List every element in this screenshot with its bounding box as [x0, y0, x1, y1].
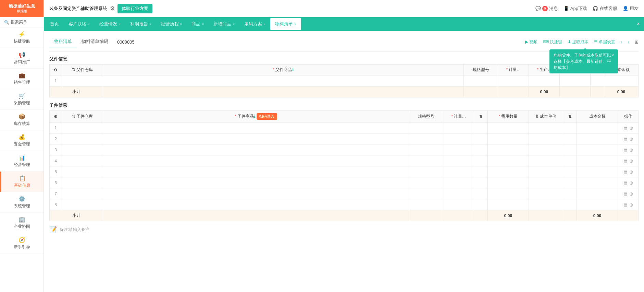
- sidebar-item-sales[interactable]: 💼 销售管理: [0, 69, 44, 89]
- extract-cost-btn[interactable]: ⬇ 提取成本: [568, 39, 589, 45]
- delete-icon[interactable]: 🗑: [623, 191, 628, 197]
- user-action[interactable]: 👤 用友: [623, 5, 639, 12]
- copy-icon[interactable]: ⊕: [629, 169, 633, 175]
- parent-row-warehouse[interactable]: [62, 75, 103, 86]
- child-row-warehouse[interactable]: [62, 155, 103, 166]
- child-row-quantity[interactable]: [488, 133, 529, 144]
- delete-icon[interactable]: 🗑: [623, 147, 628, 153]
- child-row-warehouse[interactable]: [62, 166, 103, 177]
- child-row-quantity[interactable]: [488, 155, 529, 166]
- child-row-warehouse[interactable]: [62, 188, 103, 199]
- child-row-goods[interactable]: [103, 166, 409, 177]
- shortcut-btn[interactable]: ⌨ 快捷键: [543, 39, 562, 45]
- parent-row-unit[interactable]: [498, 75, 529, 86]
- tab-bom-close[interactable]: ×: [294, 22, 296, 26]
- child-row-quantity[interactable]: [488, 166, 529, 177]
- view-btn[interactable]: ▶ 视频: [525, 39, 537, 45]
- delete-icon[interactable]: 🗑: [623, 158, 628, 164]
- online-service-action[interactable]: 🎧 在线客服: [593, 5, 617, 12]
- sidebar-item-marketing[interactable]: 📢 营销推广: [0, 48, 44, 69]
- tab-profit-close[interactable]: ×: [149, 22, 151, 26]
- child-row-quantity[interactable]: [488, 188, 529, 199]
- copy-icon[interactable]: ⊕: [629, 125, 633, 131]
- child-row-quantity[interactable]: [488, 122, 529, 133]
- copy-icon[interactable]: ⊕: [629, 147, 633, 153]
- child-row-unit[interactable]: [443, 122, 474, 133]
- child-row-warehouse[interactable]: [62, 177, 103, 188]
- child-row-unit[interactable]: [443, 144, 474, 155]
- tab-customer[interactable]: 客户联络 ×: [64, 18, 95, 30]
- child-row-goods[interactable]: [103, 177, 409, 188]
- child-row-unit[interactable]: [443, 133, 474, 144]
- tab-barcode-close[interactable]: ×: [263, 22, 265, 26]
- delete-icon[interactable]: 🗑: [623, 125, 628, 131]
- sidebar-item-finance[interactable]: 💰 资金管理: [0, 130, 44, 151]
- sidebar-search[interactable]: 🔍 搜索菜单: [0, 17, 44, 27]
- tabs-close-all[interactable]: ×: [634, 21, 643, 27]
- delete-icon[interactable]: 🗑: [623, 136, 628, 142]
- prev-btn[interactable]: ‹: [621, 39, 622, 45]
- next-btn[interactable]: ›: [628, 39, 629, 45]
- delete-icon[interactable]: 🗑: [623, 180, 628, 186]
- tab-operations[interactable]: 经营情况 ×: [95, 18, 125, 30]
- parent-row-production[interactable]: [529, 75, 560, 86]
- delete-icon[interactable]: 🗑: [623, 202, 628, 208]
- child-row-unit[interactable]: [443, 199, 474, 210]
- tab-biz-history-close[interactable]: ×: [180, 22, 182, 26]
- copy-icon[interactable]: ⊕: [629, 158, 633, 164]
- child-row-goods[interactable]: [103, 122, 409, 133]
- parent-row-cost[interactable]: [560, 75, 591, 86]
- sidebar-item-operations[interactable]: 📊 经营管理: [0, 151, 44, 172]
- tab-new-goods-close[interactable]: ×: [233, 22, 235, 26]
- tab-biz-history[interactable]: 经营历程 ×: [156, 18, 187, 30]
- tab-barcode[interactable]: 条码方案 ×: [239, 18, 270, 30]
- child-row-warehouse[interactable]: [62, 133, 103, 144]
- tab-home[interactable]: 首页: [45, 18, 64, 30]
- tab-goods[interactable]: 商品 ×: [187, 18, 209, 30]
- gear-button[interactable]: ⚙: [110, 5, 115, 12]
- sidebar-item-guide[interactable]: 🧭 新手引导: [0, 233, 44, 254]
- child-row-quantity[interactable]: [488, 199, 529, 210]
- child-row-unit[interactable]: [443, 166, 474, 177]
- tab-operations-close[interactable]: ×: [119, 22, 121, 26]
- tab-new-goods[interactable]: 新增商品 ×: [209, 18, 239, 30]
- child-row-quantity[interactable]: [488, 177, 529, 188]
- sub-tab-bom-code-label[interactable]: 物料清单编码: [77, 36, 113, 47]
- app-download-action[interactable]: 📱 App下载: [564, 5, 587, 12]
- child-row-goods[interactable]: [103, 155, 409, 166]
- scan-button[interactable]: 扫码录入: [257, 113, 277, 120]
- child-row-goods[interactable]: [103, 188, 409, 199]
- expand-btn[interactable]: ⊞: [635, 39, 639, 45]
- child-row-goods[interactable]: [103, 144, 409, 155]
- parent-row-goods[interactable]: [103, 75, 464, 86]
- message-action[interactable]: 💬 6 消息: [535, 5, 558, 12]
- trial-button[interactable]: 体验行业方案: [117, 4, 152, 13]
- child-row-unit[interactable]: [443, 188, 474, 199]
- child-row-warehouse[interactable]: [62, 199, 103, 210]
- sidebar-item-enterprise[interactable]: 🏢 企业协同: [0, 213, 44, 233]
- copy-icon[interactable]: ⊕: [629, 202, 633, 208]
- single-settings-btn[interactable]: ☰ 单据设置: [594, 39, 615, 45]
- tab-customer-close[interactable]: ×: [88, 22, 90, 26]
- child-row-goods[interactable]: [103, 199, 409, 210]
- sidebar-item-inventory[interactable]: 📦 库存核算: [0, 110, 44, 130]
- tooltip-close-btn[interactable]: ×: [611, 52, 614, 58]
- child-row-quantity[interactable]: [488, 144, 529, 155]
- sidebar-item-purchase[interactable]: 🛒 采购管理: [0, 89, 44, 110]
- copy-icon[interactable]: ⊕: [629, 136, 633, 142]
- child-row-goods[interactable]: [103, 133, 409, 144]
- sidebar-item-quick-nav[interactable]: ⚡ 快捷导航: [0, 27, 44, 48]
- sub-tab-bom-list[interactable]: 物料清单: [49, 36, 77, 47]
- sidebar-item-basic[interactable]: 📋 基础信息: [0, 172, 44, 192]
- tab-goods-close[interactable]: ×: [202, 22, 204, 26]
- child-row-warehouse[interactable]: [62, 122, 103, 133]
- delete-icon[interactable]: 🗑: [623, 169, 628, 175]
- tab-bom[interactable]: 物料清单 ×: [270, 18, 301, 30]
- copy-icon[interactable]: ⊕: [629, 180, 633, 186]
- note-placeholder[interactable]: 备注:请输入备注: [60, 227, 89, 233]
- child-row-warehouse[interactable]: [62, 144, 103, 155]
- sidebar-item-system[interactable]: ⚙️ 系统管理: [0, 192, 44, 213]
- child-row-unit[interactable]: [443, 155, 474, 166]
- child-row-unit[interactable]: [443, 177, 474, 188]
- copy-icon[interactable]: ⊕: [629, 191, 633, 197]
